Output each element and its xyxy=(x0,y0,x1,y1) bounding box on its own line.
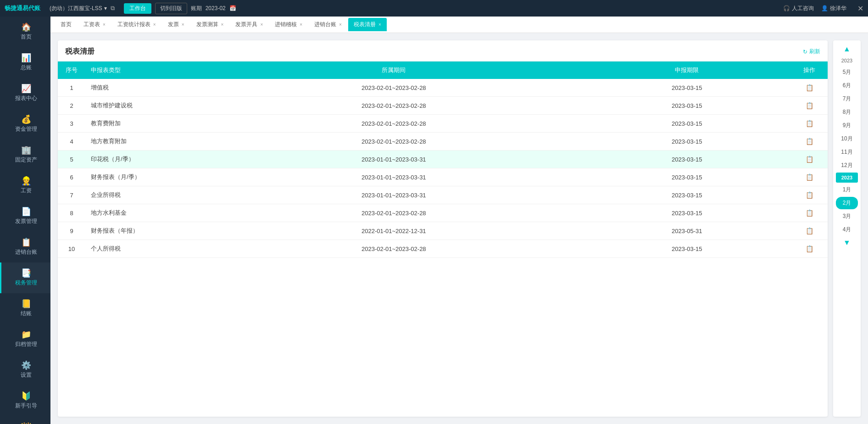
copy-icon[interactable]: ⧉ xyxy=(111,5,115,12)
sidebar-item-ledger[interactable]: 📊 总账 xyxy=(0,47,50,78)
refresh-icon: ↻ xyxy=(803,49,807,55)
table-row: 7 企业所得税 2023-01-01~2023-03-31 2023-03-15… xyxy=(58,186,828,204)
scroll-down-button[interactable]: ▼ xyxy=(841,237,852,249)
close-icon[interactable]: ✕ xyxy=(857,4,863,13)
user-info[interactable]: 👤 徐泽华 xyxy=(821,5,846,12)
assets-icon: 🏢 xyxy=(21,146,31,154)
cell-seq: 4 xyxy=(58,133,85,151)
tab-close-payroll[interactable]: × xyxy=(103,22,106,27)
content-area: 首页 工资表 × 工资统计报表 × 发票 × 发票测算 × 发票开具 × xyxy=(50,17,868,424)
month-5[interactable]: 5月 xyxy=(836,66,858,78)
sidebar: 🏠 首页 📊 总账 📈 报表中心 💰 资金管理 🏢 固定资产 👷 工资 📄 发票… xyxy=(0,17,50,424)
tab-invoice-issue[interactable]: 发票开具 × xyxy=(230,18,268,31)
action-file-icon[interactable]: 📋 xyxy=(806,227,813,234)
sidebar-item-tax[interactable]: 📑 税务管理 xyxy=(0,262,50,293)
table-row: 9 财务报表（年报） 2022-01-01~2022-12-31 2023-05… xyxy=(58,222,828,240)
tab-payroll-stats[interactable]: 工资统计报表 × xyxy=(112,18,161,31)
cell-deadline: 2023-03-15 xyxy=(583,97,791,115)
tab-home[interactable]: 首页 xyxy=(55,18,77,31)
page-container: 税表清册 ↻ 刷新 序号 申报表类型 所属期间 申报期限 xyxy=(50,33,868,424)
sidebar-item-archive[interactable]: 📁 归档管理 xyxy=(0,324,50,355)
month-11[interactable]: 11月 xyxy=(836,146,858,158)
main-panel: 税表清册 ↻ 刷新 序号 申报表类型 所属期间 申报期限 xyxy=(58,40,828,417)
month-4[interactable]: 4月 xyxy=(836,223,858,236)
cell-action: 📋 xyxy=(791,133,828,151)
tab-close-payroll-stats[interactable]: × xyxy=(153,22,156,27)
payroll-icon: 👷 xyxy=(21,177,31,185)
sidebar-item-assets[interactable]: 🏢 固定资产 xyxy=(0,139,50,170)
refresh-button[interactable]: ↻ 刷新 xyxy=(803,48,820,56)
guide-icon: 🔰 xyxy=(21,392,31,400)
month-7[interactable]: 7月 xyxy=(836,93,858,105)
cell-type: 个人所得税 xyxy=(85,240,205,258)
year-2023-marker: 2023 xyxy=(836,173,858,183)
cell-period: 2023-02-01~2023-02-28 xyxy=(205,97,583,115)
sidebar-item-funds[interactable]: 💰 资金管理 xyxy=(0,109,50,139)
cell-seq: 6 xyxy=(58,168,85,186)
tab-purchase-audit[interactable]: 进销稽核 × xyxy=(269,18,308,31)
action-file-icon[interactable]: 📋 xyxy=(806,102,813,109)
month-9[interactable]: 9月 xyxy=(836,119,858,132)
month-1[interactable]: 1月 xyxy=(836,184,858,196)
month-12[interactable]: 12月 xyxy=(836,159,858,172)
month-6[interactable]: 6月 xyxy=(836,79,858,92)
tab-close-purchase-audit[interactable]: × xyxy=(300,22,302,27)
sidebar-item-reports[interactable]: 📈 报表中心 xyxy=(0,78,50,109)
archive-icon: 📁 xyxy=(21,330,31,339)
human-consult[interactable]: 🎧 人工咨询 xyxy=(783,5,814,12)
tab-tax-list[interactable]: 税表清册 × xyxy=(348,18,387,31)
action-file-icon[interactable]: 📋 xyxy=(806,120,813,127)
cell-seq: 10 xyxy=(58,240,85,258)
period-value: 2023-02 xyxy=(206,5,226,11)
action-file-icon[interactable]: 📋 xyxy=(806,138,813,145)
cell-seq: 9 xyxy=(58,222,85,240)
workspace-button[interactable]: 工作台 xyxy=(124,3,151,14)
cell-seq: 5 xyxy=(58,151,85,168)
cell-deadline: 2023-03-15 xyxy=(583,151,791,168)
scroll-up-button[interactable]: ▲ xyxy=(841,43,852,55)
tab-close-invoice-calc[interactable]: × xyxy=(221,22,224,27)
sidebar-item-guide[interactable]: 🔰 新手引导 xyxy=(0,385,50,416)
action-file-icon[interactable]: 📋 xyxy=(806,191,813,199)
right-panel: ▲ 2023 5月 6月 7月 8月 9月 10月 11月 12月 2023 1… xyxy=(833,40,861,417)
sidebar-item-payroll[interactable]: 👷 工资 xyxy=(0,170,50,201)
switch-button[interactable]: 切到旧版 xyxy=(155,3,187,14)
sidebar-item-invoice[interactable]: 📄 发票管理 xyxy=(0,201,50,232)
month-8[interactable]: 8月 xyxy=(836,106,858,118)
company-name: (勿动）江西服宝-LSS xyxy=(50,5,102,12)
action-file-icon[interactable]: 📋 xyxy=(806,156,813,163)
cell-period: 2023-02-01~2023-02-28 xyxy=(205,240,583,258)
tab-close-tax-list[interactable]: × xyxy=(378,22,381,27)
sidebar-label-purchase-sales: 进销台账 xyxy=(15,248,37,256)
month-3[interactable]: 3月 xyxy=(836,210,858,223)
sidebar-item-settings[interactable]: ⚙️ 设置 xyxy=(0,355,50,385)
topbar: 畅捷通易代账 (勿动）江西服宝-LSS ▾ ⧉ 工作台 切到旧版 账期 2023… xyxy=(0,0,868,17)
month-10[interactable]: 10月 xyxy=(836,133,858,145)
tab-close-purchase-ledger[interactable]: × xyxy=(339,22,342,27)
sidebar-item-home[interactable]: 🏠 首页 xyxy=(0,17,50,47)
action-file-icon[interactable]: 📋 xyxy=(806,84,813,91)
tab-close-invoice-issue[interactable]: × xyxy=(260,22,263,27)
calendar-icon[interactable]: 📅 xyxy=(229,5,236,11)
month-2[interactable]: 2月 xyxy=(836,197,858,209)
cell-deadline: 2023-03-15 xyxy=(583,186,791,204)
tab-payroll[interactable]: 工资表 × xyxy=(78,18,111,31)
col-seq: 序号 xyxy=(58,61,85,79)
table-row: 4 地方教育附加 2023-02-01~2023-02-28 2023-03-1… xyxy=(58,133,828,151)
tab-invoice[interactable]: 发票 × xyxy=(162,18,190,31)
sidebar-item-close[interactable]: 📒 结账 xyxy=(0,293,50,324)
col-period: 所属期间 xyxy=(205,61,583,79)
action-file-icon[interactable]: 📋 xyxy=(806,245,813,252)
period-display: 账期 2023-02 📅 xyxy=(191,5,236,12)
action-file-icon[interactable]: 📋 xyxy=(806,173,813,181)
tab-invoice-calc[interactable]: 发票测算 × xyxy=(191,18,229,31)
company-selector[interactable]: (勿动）江西服宝-LSS ▾ xyxy=(50,5,107,12)
cell-deadline: 2023-03-15 xyxy=(583,133,791,151)
topbar-right: 🎧 人工咨询 👤 徐泽华 ✕ xyxy=(783,4,863,13)
tab-purchase-ledger[interactable]: 进销台账 × xyxy=(309,18,347,31)
sidebar-item-purchase-sales[interactable]: 📋 进销台账 xyxy=(0,232,50,262)
home-icon: 🏠 xyxy=(21,23,31,31)
action-file-icon[interactable]: 📋 xyxy=(806,209,813,217)
tab-close-invoice[interactable]: × xyxy=(182,22,184,27)
sidebar-item-member[interactable]: 👑 畅会员 xyxy=(0,416,50,424)
